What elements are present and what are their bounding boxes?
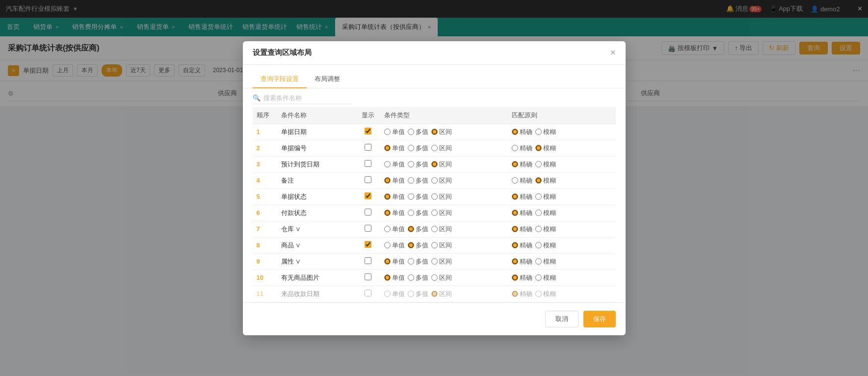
modal-title: 设置查询区域布局 [253,48,312,57]
modal-close-button[interactable]: × [610,48,616,57]
settings-modal: 设置查询区域布局 × 查询字段设置 布局调整 🔍 顺序 条件名称 显示 [243,41,626,107]
modal-tab-query-fields[interactable]: 查询字段设置 [253,71,307,88]
modal-header: 设置查询区域布局 × [243,41,626,65]
modal-overlay: 设置查询区域布局 × 查询字段设置 布局调整 🔍 顺序 条件名称 显示 [0,0,868,106]
modal-tab-layout[interactable]: 布局调整 [307,71,348,88]
search-wrapper: 🔍 [253,94,352,104]
modal-tab-bar: 查询字段设置 布局调整 [243,65,626,88]
search-input[interactable] [263,94,352,102]
modal-search-area: 🔍 [243,88,626,107]
search-icon: 🔍 [253,94,261,102]
